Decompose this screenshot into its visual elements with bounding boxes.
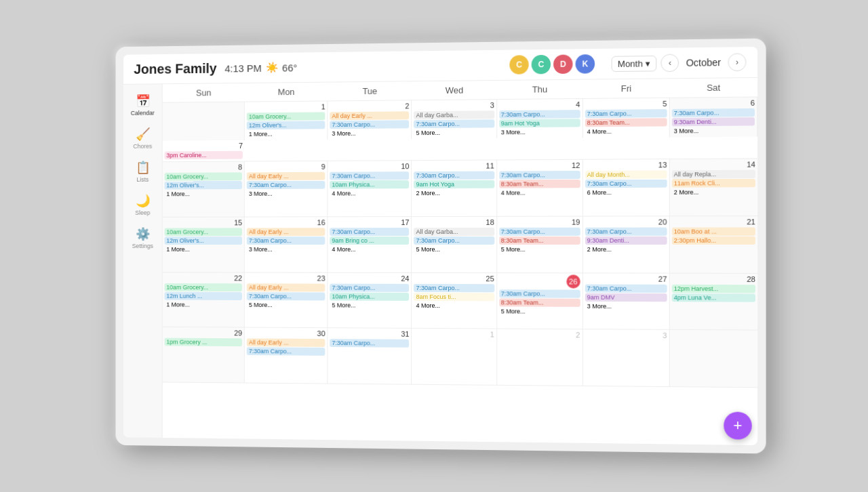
calendar-event[interactable]: 10am Boo at ... — [672, 227, 755, 235]
calendar-event[interactable]: 7:30am Carpo... — [247, 348, 326, 356]
calendar-event[interactable]: 11am Rock Cli... — [672, 179, 755, 188]
calendar-event[interactable]: 9am Hot Yoga — [499, 119, 580, 127]
more-events-link[interactable]: 5 More... — [330, 301, 410, 309]
calendar-cell[interactable]: 2 — [497, 329, 583, 386]
more-events-link[interactable]: 5 More... — [414, 128, 494, 137]
calendar-event[interactable]: 7:30am Carpo... — [585, 109, 667, 118]
calendar-event[interactable]: 10am Grocery... — [165, 283, 242, 291]
calendar-event[interactable]: 7:30am Carpo... — [414, 171, 494, 180]
calendar-event[interactable]: 7:30am Carpo... — [499, 228, 580, 236]
calendar-cell[interactable]: 3All day Garba...7:30am Carpo...5 More..… — [412, 100, 497, 139]
more-events-link[interactable]: 1 More... — [165, 245, 242, 253]
sidebar-item-sleep[interactable]: 🌙 Sleep — [123, 189, 162, 220]
calendar-event[interactable]: 7:30am Carpo... — [247, 181, 326, 189]
calendar-event[interactable]: 7:30am Carpo... — [585, 227, 667, 235]
calendar-event[interactable]: 7:30am Carpo... — [414, 237, 494, 245]
calendar-event[interactable]: 10am Physica... — [330, 292, 410, 300]
more-events-link[interactable]: 5 More... — [499, 307, 580, 316]
calendar-event[interactable]: All day Repla... — [672, 170, 755, 179]
more-events-link[interactable]: 3 More... — [499, 127, 580, 136]
add-event-button[interactable]: + — [724, 411, 752, 439]
calendar-event[interactable]: 7:30am Carpo... — [247, 292, 326, 300]
calendar-cell[interactable]: 2210am Grocery...12m Lunch ...1 More... — [163, 272, 245, 327]
sidebar-item-settings[interactable]: ⚙️ Settings — [123, 223, 162, 253]
calendar-event[interactable]: 10am Grocery... — [247, 112, 326, 121]
calendar-event[interactable]: 7:30am Carpo... — [247, 237, 326, 245]
more-events-link[interactable]: 4 More... — [414, 301, 494, 309]
calendar-event[interactable]: 7:30am Carpo... — [499, 110, 580, 119]
calendar-cell[interactable]: 207:30am Carpo...9:30am Denti...2 More..… — [583, 216, 669, 272]
calendar-cell[interactable]: 47:30am Carpo...9am Hot Yoga3 More... — [497, 99, 583, 138]
more-events-link[interactable]: 4 More... — [585, 127, 667, 136]
sidebar-item-lists[interactable]: 📋 Lists — [123, 156, 162, 186]
calendar-cell[interactable]: 18All day Garba...7:30am Carpo...5 More.… — [412, 217, 497, 272]
calendar-event[interactable]: 7:30am Carpo... — [330, 283, 410, 291]
calendar-cell[interactable]: 23All day Early ...7:30am Carpo...5 More… — [245, 272, 328, 327]
calendar-event[interactable]: 7:30am Carpo... — [499, 289, 580, 298]
calendar-cell[interactable]: 117:30am Carpo...9am Hot Yoga2 More... — [412, 160, 497, 216]
more-events-link[interactable]: 4 More... — [330, 189, 410, 197]
calendar-cell[interactable]: 67:30am Carpo...9:30am Denti...3 More... — [670, 98, 758, 138]
calendar-event[interactable]: 7:30am Carpo... — [330, 339, 410, 348]
calendar-event[interactable]: 4pm Luna Ve... — [672, 293, 755, 302]
avatar[interactable]: C — [509, 55, 528, 74]
calendar-cell[interactable]: 267:30am Carpo...8:30am Team...5 More... — [497, 273, 583, 329]
calendar-cell[interactable]: 73pm Caroline... — [163, 140, 245, 161]
sidebar-item-calendar[interactable]: 📅 Calendar — [123, 89, 162, 121]
next-button[interactable]: › — [728, 53, 746, 71]
calendar-cell[interactable]: 197:30am Carpo...8:30am Team...5 More... — [497, 216, 583, 272]
more-events-link[interactable]: 5 More... — [247, 301, 326, 309]
more-events-link[interactable]: 1 More... — [165, 190, 242, 198]
calendar-event[interactable]: 12m Lunch ... — [165, 291, 242, 300]
calendar-event[interactable]: 8:30am Team... — [585, 118, 667, 127]
more-events-link[interactable]: 1 More... — [165, 300, 242, 308]
calendar-cell[interactable]: 57:30am Carpo...8:30am Team...4 More... — [583, 98, 669, 138]
sidebar-item-chores[interactable]: 🧹 Chores — [123, 123, 162, 154]
calendar-cell[interactable]: 14All day Repla...11am Rock Cli...2 More… — [670, 159, 758, 216]
calendar-cell[interactable]: 317:30am Carpo... — [328, 329, 412, 384]
calendar-cell[interactable]: 2110am Boo at ...2:30pm Hallo... — [670, 216, 758, 273]
calendar-cell[interactable]: 2All day Early ...7:30am Carpo...3 More.… — [328, 100, 412, 140]
calendar-event[interactable]: 12m Oliver's... — [165, 237, 242, 245]
avatar[interactable]: C — [532, 55, 551, 75]
calendar-event[interactable]: 12m Oliver's... — [165, 181, 242, 189]
prev-button[interactable]: ‹ — [661, 54, 679, 73]
calendar-event[interactable]: All day Month... — [585, 170, 667, 179]
calendar-cell[interactable]: 277:30am Carpo...9am DMV3 More... — [583, 273, 669, 329]
more-events-link[interactable]: 4 More... — [499, 188, 580, 197]
calendar-cell[interactable]: 9All day Early ...7:30am Carpo...3 More.… — [245, 161, 328, 216]
calendar-cell[interactable] — [670, 330, 758, 387]
calendar-cell[interactable]: 257:30am Carpo...8am Focus ti...4 More..… — [412, 273, 497, 329]
more-events-link[interactable]: 2 More... — [672, 188, 755, 197]
calendar-event[interactable]: 7:30am Carpo... — [414, 119, 494, 128]
calendar-event[interactable]: 7:30am Carpo... — [672, 108, 755, 117]
more-events-link[interactable]: 6 More... — [585, 188, 667, 197]
calendar-event[interactable]: 12m Oliver's... — [247, 121, 326, 129]
calendar-event[interactable]: 7:30am Carpo... — [585, 180, 667, 188]
calendar-event[interactable]: 10am Grocery... — [165, 172, 242, 180]
calendar-cell[interactable]: 3 — [583, 330, 669, 387]
calendar-cell[interactable]: 110am Grocery...12m Oliver's...1 More... — [245, 101, 328, 140]
more-events-link[interactable]: 3 More... — [672, 126, 755, 135]
more-events-link[interactable]: 3 More... — [585, 302, 667, 310]
calendar-event[interactable]: 3pm Caroline... — [165, 151, 243, 160]
calendar-event[interactable]: All day Garba... — [414, 228, 494, 236]
calendar-cell[interactable]: 810am Grocery...12m Oliver's...1 More... — [163, 162, 245, 217]
more-events-link[interactable]: 3 More... — [247, 190, 326, 198]
calendar-cell[interactable]: 13All day Month...7:30am Carpo...6 More.… — [583, 159, 669, 216]
calendar-event[interactable]: 10am Physica... — [330, 180, 410, 188]
calendar-event[interactable]: 8am Focus ti... — [414, 293, 494, 301]
calendar-event[interactable]: All day Early ... — [247, 339, 326, 348]
calendar-event[interactable]: 8:30am Team... — [499, 237, 580, 245]
calendar-event[interactable]: 7:30am Carpo... — [330, 120, 410, 129]
view-dropdown[interactable]: Month ▾ — [612, 56, 657, 72]
avatar[interactable]: D — [553, 54, 572, 74]
more-events-link[interactable]: 1 More... — [247, 129, 326, 138]
calendar-event[interactable]: All day Early ... — [247, 228, 326, 236]
calendar-cell[interactable]: 2812pm Harvest...4pm Luna Ve... — [670, 273, 758, 330]
calendar-cell[interactable] — [163, 102, 245, 141]
calendar-event[interactable]: All day Garba... — [414, 110, 494, 119]
calendar-event[interactable]: 9am Bring co ... — [330, 237, 410, 245]
more-events-link[interactable]: 2 More... — [585, 245, 667, 253]
calendar-cell[interactable]: 107:30am Carpo...10am Physica...4 More..… — [328, 161, 412, 216]
